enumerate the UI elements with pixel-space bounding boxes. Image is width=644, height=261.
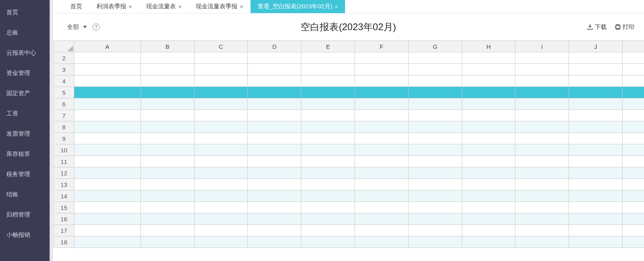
row-header-5[interactable]: 5 <box>54 87 74 98</box>
cell-E6[interactable] <box>301 98 355 110</box>
cell-D4[interactable] <box>248 75 301 87</box>
cell-B6[interactable] <box>141 98 194 110</box>
cell-C14[interactable] <box>194 190 248 202</box>
cell-B8[interactable] <box>141 121 194 133</box>
cell-K17[interactable] <box>623 225 644 236</box>
cell-H3[interactable] <box>462 64 515 75</box>
cell-K10[interactable] <box>623 144 644 156</box>
cell-J4[interactable] <box>569 75 623 87</box>
row-header-14[interactable]: 14 <box>54 190 74 202</box>
cell-G14[interactable] <box>408 190 462 202</box>
cell-C10[interactable] <box>194 144 248 156</box>
cell-K3[interactable] <box>623 64 644 75</box>
cell-H16[interactable] <box>462 213 515 225</box>
cell-B3[interactable] <box>141 64 194 75</box>
cell-J17[interactable] <box>569 225 623 236</box>
download-button[interactable]: 下载 <box>587 23 607 31</box>
cell-J2[interactable] <box>569 52 623 64</box>
tab-1[interactable]: 利润表季报× <box>89 0 139 13</box>
tab-3[interactable]: 现金流量表季报× <box>189 0 250 13</box>
cell-E17[interactable] <box>301 225 355 236</box>
cell-K15[interactable] <box>623 202 644 213</box>
cell-A3[interactable] <box>74 64 141 75</box>
cell-G6[interactable] <box>408 98 462 110</box>
cell-I3[interactable] <box>515 64 569 75</box>
cell-I4[interactable] <box>515 75 569 87</box>
cell-G13[interactable] <box>408 179 462 190</box>
row-header-4[interactable]: 4 <box>54 75 74 87</box>
cell-E7[interactable] <box>301 110 355 121</box>
cell-B10[interactable] <box>141 144 194 156</box>
cell-D5[interactable] <box>248 87 301 98</box>
cell-H10[interactable] <box>462 144 515 156</box>
cell-B15[interactable] <box>141 202 194 213</box>
cell-A17[interactable] <box>74 225 141 236</box>
cell-G12[interactable] <box>408 167 462 179</box>
row-header-13[interactable]: 13 <box>54 179 74 190</box>
cell-K12[interactable] <box>623 167 644 179</box>
cell-G5[interactable] <box>408 87 462 98</box>
cell-A4[interactable] <box>74 75 141 87</box>
cell-A2[interactable] <box>74 52 141 64</box>
cell-B13[interactable] <box>141 179 194 190</box>
cell-G10[interactable] <box>408 144 462 156</box>
cell-A9[interactable] <box>74 133 141 144</box>
cell-A15[interactable] <box>74 202 141 213</box>
cell-G17[interactable] <box>408 225 462 236</box>
cell-C4[interactable] <box>194 75 248 87</box>
cell-A5[interactable] <box>74 87 141 98</box>
sidebar-item-11[interactable]: 小畅报销 <box>0 225 50 245</box>
cell-A6[interactable] <box>74 98 141 110</box>
cell-C6[interactable] <box>194 98 248 110</box>
row-header-17[interactable]: 17 <box>54 225 74 236</box>
row-header-10[interactable]: 10 <box>54 144 74 156</box>
cell-H15[interactable] <box>462 202 515 213</box>
cell-C17[interactable] <box>194 225 248 236</box>
sidebar-item-5[interactable]: 工资 <box>0 104 50 124</box>
cell-E4[interactable] <box>301 75 355 87</box>
cell-D8[interactable] <box>248 121 301 133</box>
cell-B4[interactable] <box>141 75 194 87</box>
cell-I7[interactable] <box>515 110 569 121</box>
cell-A16[interactable] <box>74 213 141 225</box>
cell-I16[interactable] <box>515 213 569 225</box>
cell-G7[interactable] <box>408 110 462 121</box>
sidebar-item-2[interactable]: 云报表中心 <box>0 43 50 63</box>
row-header-8[interactable]: 8 <box>54 121 74 133</box>
cell-G2[interactable] <box>408 52 462 64</box>
cell-K14[interactable] <box>623 190 644 202</box>
cell-K13[interactable] <box>623 179 644 190</box>
cell-D6[interactable] <box>248 98 301 110</box>
cell-I2[interactable] <box>515 52 569 64</box>
cell-C18[interactable] <box>194 236 248 248</box>
cell-G16[interactable] <box>408 213 462 225</box>
cell-I9[interactable] <box>515 133 569 144</box>
cell-B9[interactable] <box>141 133 194 144</box>
cell-D9[interactable] <box>248 133 301 144</box>
cell-E2[interactable] <box>301 52 355 64</box>
cell-J9[interactable] <box>569 133 623 144</box>
cell-G15[interactable] <box>408 202 462 213</box>
row-header-18[interactable]: 18 <box>54 236 74 248</box>
help-icon[interactable]: ? <box>93 23 100 31</box>
cell-F17[interactable] <box>355 225 409 236</box>
cell-A13[interactable] <box>74 179 141 190</box>
cell-J14[interactable] <box>569 190 623 202</box>
cell-H18[interactable] <box>462 236 515 248</box>
cell-J16[interactable] <box>569 213 623 225</box>
col-header-B[interactable]: B <box>141 41 194 52</box>
cell-C7[interactable] <box>194 110 248 121</box>
filter-dropdown[interactable]: 全部 ? <box>67 23 100 31</box>
cell-D11[interactable] <box>248 156 301 167</box>
cell-E11[interactable] <box>301 156 355 167</box>
close-icon[interactable]: × <box>240 4 243 10</box>
cell-F8[interactable] <box>355 121 409 133</box>
cell-I12[interactable] <box>515 167 569 179</box>
cell-D17[interactable] <box>248 225 301 236</box>
cell-G3[interactable] <box>408 64 462 75</box>
row-header-16[interactable]: 16 <box>54 213 74 225</box>
cell-H13[interactable] <box>462 179 515 190</box>
cell-H9[interactable] <box>462 133 515 144</box>
cell-F10[interactable] <box>355 144 409 156</box>
sidebar-item-4[interactable]: 固定资产 <box>0 83 50 104</box>
